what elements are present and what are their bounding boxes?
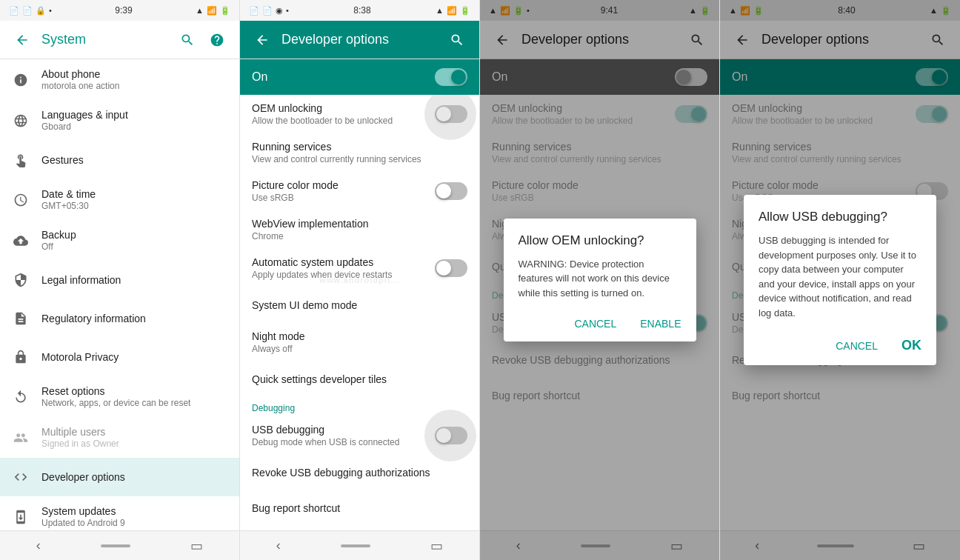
- auto-updates-item-p2[interactable]: Automatic system updates Apply updates w…: [240, 249, 479, 287]
- webview-title: WebView implementation: [252, 218, 467, 230]
- about-phone-subtitle: motorola one action: [41, 81, 227, 91]
- panel-usb-dialog: ▲ 📶 🔋 8:40 ▲ 🔋 Developer options On OEM …: [720, 0, 960, 560]
- system-ui-demo-text: System UI demo mode: [252, 299, 467, 311]
- setting-multiple-users[interactable]: Multiple users Signed in as Owner: [0, 417, 239, 458]
- setting-system-updates[interactable]: System updates Updated to Android 9: [0, 496, 239, 530]
- setting-date-time[interactable]: Date & time GMT+05:30: [0, 179, 239, 220]
- search-button-p1[interactable]: [177, 30, 198, 50]
- battery-icon: 🔋: [220, 6, 230, 16]
- app-bar-p2: Developer options: [240, 21, 479, 59]
- oem-toggle-p2[interactable]: [435, 105, 467, 123]
- picture-color-toggle-p2[interactable]: [435, 182, 467, 200]
- recents-nav-p1[interactable]: ▭: [179, 532, 215, 560]
- sim-icon-p2: 📄: [262, 6, 273, 16]
- night-mode-title: Night mode: [252, 330, 467, 342]
- time-display-p2: 8:38: [353, 5, 370, 16]
- bottom-nav-p1: ‹ ▭: [0, 530, 239, 560]
- usb-debug-dialog: Allow USB debugging? USB debugging is in…: [744, 195, 936, 365]
- bug-report-item-p2[interactable]: Bug report shortcut: [240, 490, 479, 526]
- setting-developer-options[interactable]: Developer options: [0, 458, 239, 496]
- auto-updates-title: Automatic system updates: [252, 256, 426, 268]
- dev-options-title: Developer options: [41, 471, 227, 483]
- oem-unlocking-title: OEM unlocking: [252, 102, 426, 114]
- lock-icon-p2: ◉: [276, 6, 283, 16]
- oem-enable-button[interactable]: Enable: [631, 312, 690, 336]
- home-nav-p1[interactable]: [101, 544, 130, 547]
- help-button-p1[interactable]: [207, 30, 227, 50]
- running-services-title: Running services: [252, 141, 467, 153]
- usb-toggle-p2[interactable]: [435, 427, 467, 444]
- developer-icon: [12, 468, 30, 486]
- revoke-usb-item-p2[interactable]: Revoke USB debugging authorizations: [240, 455, 479, 490]
- oem-unlocking-item-p2[interactable]: OEM unlocking Allow the bootloader to be…: [240, 95, 479, 133]
- picture-color-text: Picture color mode Use sRGB: [252, 179, 426, 203]
- datetime-subtitle: GMT+05:30: [41, 201, 227, 211]
- wifi-icon: ▲: [196, 6, 204, 15]
- setting-regulatory[interactable]: Regulatory information: [0, 299, 239, 338]
- system-updates-text: System updates Updated to Android 9: [41, 505, 227, 528]
- auto-updates-thumb: [436, 261, 451, 276]
- back-nav-p1[interactable]: ‹: [24, 532, 53, 559]
- dot-icon: •: [49, 6, 52, 15]
- usb-cancel-button[interactable]: Cancel: [827, 332, 887, 359]
- webview-item-p2[interactable]: WebView implementation Chrome: [240, 210, 479, 249]
- setting-legal[interactable]: Legal information: [0, 261, 239, 299]
- languages-icon: [12, 112, 30, 130]
- search-button-p2[interactable]: [447, 30, 467, 50]
- oem-unlocking-text: OEM unlocking Allow the bootloader to be…: [252, 102, 426, 126]
- privacy-icon: [12, 348, 30, 366]
- lock-icon: 🔒: [36, 6, 46, 16]
- reset-text: Reset options Network, apps, or device c…: [41, 385, 227, 408]
- system-ui-demo-item-p2[interactable]: System UI demo mode: [240, 287, 479, 323]
- page-title-p2: Developer options: [281, 32, 438, 47]
- dot-icon-p2: •: [286, 6, 289, 15]
- back-button-p1[interactable]: [12, 30, 33, 50]
- dev-options-list-p2: OEM unlocking Allow the bootloader to be…: [240, 95, 479, 530]
- night-mode-item-p2[interactable]: Night mode Always off: [240, 323, 479, 361]
- setting-about-phone[interactable]: About phone motorola one action: [0, 59, 239, 100]
- auto-updates-text: Automatic system updates Apply updates w…: [252, 256, 426, 280]
- users-icon: [12, 429, 30, 447]
- panel-developer-options: 📄 📄 ◉ • 8:38 ▲ 📶 🔋 Developer options On: [240, 0, 480, 560]
- status-icons-right-p2: ▲ 📶 🔋: [436, 6, 470, 16]
- oem-dialog-actions: Cancel Enable: [504, 312, 696, 336]
- regulatory-icon: [12, 310, 30, 327]
- usb-debugging-item-p2[interactable]: USB debugging Debug mode when USB is con…: [240, 416, 479, 455]
- on-bar-p2[interactable]: On: [240, 59, 479, 95]
- oem-item-wrapper: OEM unlocking Allow the bootloader to be…: [240, 95, 479, 133]
- wifi-icon-p2: ▲: [436, 6, 444, 15]
- debugging-header-p2: Debugging: [240, 397, 479, 416]
- picture-color-title: Picture color mode: [252, 179, 426, 191]
- webview-subtitle: Chrome: [252, 231, 467, 241]
- backup-title: Backup: [41, 229, 227, 241]
- datetime-text: Date & time GMT+05:30: [41, 188, 227, 211]
- running-services-item-p2[interactable]: Running services View and control curren…: [240, 133, 479, 172]
- recents-nav-p2[interactable]: ▭: [419, 532, 455, 560]
- setting-motorola-privacy[interactable]: Motorola Privacy: [0, 338, 239, 376]
- panel-system: 📄 📄 🔒 • 9:39 ▲ 📶 🔋 System: [0, 0, 240, 560]
- usb-dialog-body: USB debugging is intended for developmen…: [744, 233, 936, 332]
- setting-backup[interactable]: Backup Off: [0, 220, 239, 261]
- quick-settings-text: Quick settings developer tiles: [252, 373, 467, 385]
- usb-item-wrapper: USB debugging Debug mode when USB is con…: [240, 416, 479, 455]
- back-button-p2[interactable]: [252, 30, 273, 50]
- panel-oem-dialog: ▲ 📶 🔋 • 9:41 ▲ 🔋 Developer options On O: [480, 0, 720, 560]
- developer-toggle-p2[interactable]: [435, 68, 467, 86]
- night-mode-text: Night mode Always off: [252, 330, 467, 354]
- legal-icon: [12, 271, 30, 289]
- setting-gestures[interactable]: Gestures: [0, 141, 239, 179]
- home-nav-p2[interactable]: [341, 544, 370, 547]
- setting-reset-options[interactable]: Reset options Network, apps, or device c…: [0, 376, 239, 417]
- back-nav-p2[interactable]: ‹: [264, 532, 293, 559]
- setting-languages[interactable]: Languages & input Gboard: [0, 100, 239, 141]
- revoke-usb-text: Revoke USB debugging authorizations: [252, 467, 467, 479]
- auto-updates-toggle-p2[interactable]: [435, 259, 467, 277]
- usb-debugging-title: USB debugging: [252, 424, 426, 436]
- app-bar-p1: System: [0, 21, 239, 59]
- quick-settings-item-p2[interactable]: Quick settings developer tiles: [240, 361, 479, 397]
- status-icons-left-p1: 📄 📄 🔒 •: [9, 6, 52, 16]
- oem-cancel-button[interactable]: Cancel: [565, 312, 625, 336]
- picture-color-item-p2[interactable]: Picture color mode Use sRGB: [240, 172, 479, 210]
- reset-icon: [12, 388, 30, 406]
- usb-ok-button[interactable]: OK: [893, 332, 930, 359]
